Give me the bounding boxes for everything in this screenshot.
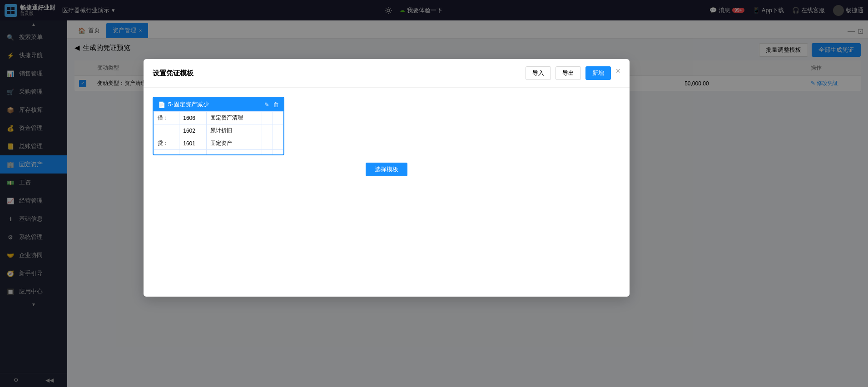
template-name: 固定资产减少: [174, 101, 209, 108]
template-row-1: 借： 1606 固定资产清理: [154, 112, 283, 124]
entry-type-2: [154, 124, 179, 137]
entry-credit-1: [273, 112, 283, 124]
modal-close-btn[interactable]: ×: [615, 66, 620, 80]
entry-debit-1: [262, 112, 273, 124]
entry-code-4: [179, 150, 207, 155]
template-row-4: [154, 150, 283, 155]
new-btn[interactable]: 新增: [585, 66, 611, 80]
entry-type-4: [154, 150, 179, 155]
entry-name-2: 累计折旧: [207, 124, 262, 137]
template-number: 5: [168, 101, 171, 108]
template-entries-table: 借： 1606 固定资产清理 1602 累计折旧: [154, 111, 283, 154]
modal-header: 设置凭证模板 导入 导出 新增 ×: [144, 59, 630, 88]
template-row-2: 1602 累计折旧: [154, 124, 283, 137]
entry-name-3: 固定资产: [207, 137, 262, 150]
entry-debit-4: [262, 150, 273, 155]
template-header-right: ✎ 🗑: [264, 101, 279, 108]
template-doc-icon: 📄: [158, 101, 165, 108]
modal-title: 设置凭证模板: [153, 69, 193, 78]
template-card: 📄 5-固定资产减少 ✎ 🗑 借： 1606 固定资产清: [153, 97, 284, 155]
entry-credit-2: [273, 124, 283, 137]
template-row-3: 贷： 1601 固定资产: [154, 137, 283, 150]
entry-name-4: [207, 150, 262, 155]
entry-credit-3: [273, 137, 283, 150]
set-template-modal: 设置凭证模板 导入 导出 新增 × 📄 5-固定资产减少 ✎ 🗑: [144, 59, 630, 297]
entry-credit-4: [273, 150, 283, 155]
select-template-wrapper: 选择模板: [153, 163, 620, 176]
export-btn[interactable]: 导出: [556, 66, 581, 80]
template-edit-icon[interactable]: ✎: [264, 101, 269, 108]
template-header-left: 📄 5-固定资产减少: [158, 100, 209, 109]
entry-debit-2: [262, 124, 273, 137]
select-template-btn[interactable]: 选择模板: [366, 163, 407, 176]
entry-code-3: 1601: [179, 137, 207, 150]
template-title: 5-固定资产减少: [168, 100, 209, 109]
entry-name-1: 固定资产清理: [207, 112, 262, 124]
template-card-body: 借： 1606 固定资产清理 1602 累计折旧: [154, 111, 283, 154]
entry-code-2: 1602: [179, 124, 207, 137]
template-card-header: 📄 5-固定资产减少 ✎ 🗑: [154, 98, 283, 111]
modal-toolbar: 导入 导出 新增 ×: [526, 66, 620, 80]
modal-body: 📄 5-固定资产减少 ✎ 🗑 借： 1606 固定资产清: [144, 88, 630, 297]
import-btn[interactable]: 导入: [526, 66, 551, 80]
entry-code-1: 1606: [179, 112, 207, 124]
template-delete-icon[interactable]: 🗑: [273, 101, 279, 108]
entry-type-1: 借：: [154, 112, 179, 124]
entry-debit-3: [262, 137, 273, 150]
entry-type-3: 贷：: [154, 137, 179, 150]
